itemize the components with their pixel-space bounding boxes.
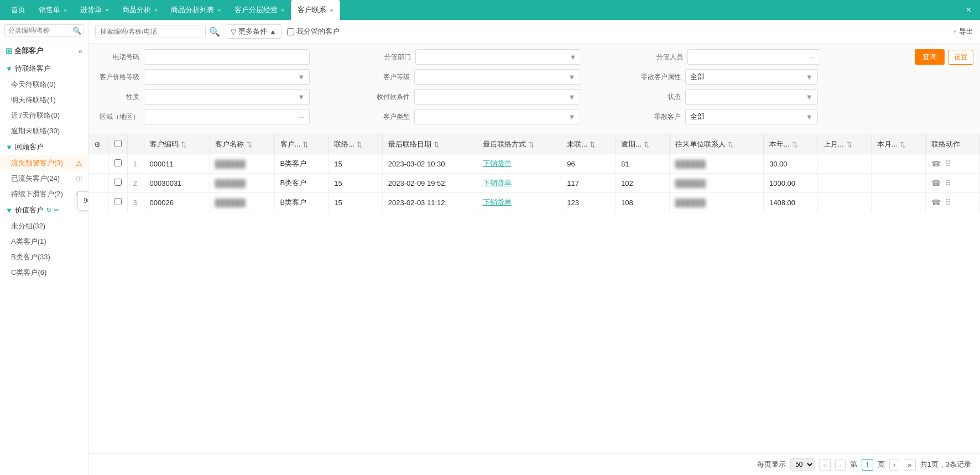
sidebar-item-class-b[interactable]: B类客户(33) [0, 249, 88, 265]
no-contact-col-header[interactable]: 未联... ⇅ [561, 135, 616, 154]
contact-col-header[interactable]: 联络... ⇅ [329, 135, 383, 154]
row-checkbox[interactable] [114, 159, 122, 166]
sidebar-item-ungroup[interactable]: 未分组(32) [0, 218, 88, 234]
nature-select[interactable]: ▼ [144, 89, 310, 105]
nav-tab-purchase[interactable]: 进货单 × [74, 0, 115, 20]
close-customer-tier-tab[interactable]: × [281, 7, 284, 13]
contact-action-icon[interactable]: ☎ [931, 159, 941, 168]
close-product-list-tab[interactable]: × [217, 7, 221, 13]
sidebar-group-review-title[interactable]: ▼ 回顾客户 [0, 139, 88, 155]
type-col-header[interactable]: 客户... ⇅ [274, 135, 329, 154]
row-checkbox[interactable] [114, 198, 122, 205]
settings-icon[interactable]: ⚙ [94, 140, 101, 149]
last-contact-method-col-header[interactable]: 最后联络方式 ⇅ [477, 135, 561, 154]
no-contact-days: 123 [561, 193, 616, 212]
manager-select[interactable]: ··· [687, 49, 820, 65]
contact-action-icon[interactable]: ☎ [931, 198, 941, 207]
sidebar-item-7days[interactable]: 近7天待联络(0) [0, 108, 88, 123]
more-action-icon[interactable]: ⠿ [945, 159, 951, 168]
close-purchase-tab[interactable]: × [105, 7, 108, 13]
main-search-input[interactable] [95, 25, 206, 38]
last-page-button[interactable]: » [904, 459, 915, 471]
sidebar-item-churn-warning[interactable]: 流失预警客户(3) ⚠ [0, 155, 88, 171]
code-col-header[interactable]: 客户编码 ⇅ [144, 135, 209, 154]
export-button[interactable]: ↑ 导出 [953, 27, 974, 36]
my-customers-checkbox[interactable] [287, 28, 294, 35]
sidebar-collapse-button[interactable]: « [79, 47, 82, 55]
customer-type-select[interactable]: ▼ [414, 109, 580, 124]
sidebar-group-pending-title[interactable]: ▼ 待联络客户 [0, 60, 88, 77]
window-close-button[interactable]: × [962, 5, 976, 15]
my-customers-checkbox-label[interactable]: 我分管的客户 [287, 27, 340, 36]
nav-tab-sales[interactable]: 销售单 × [32, 0, 74, 20]
this-year-col-header[interactable]: 本年... ⇅ [764, 135, 818, 154]
action-cell[interactable]: ☎ ⠿ [926, 154, 980, 174]
phone-input[interactable] [144, 49, 310, 65]
customer-grade-select[interactable]: ▼ [414, 69, 580, 85]
close-customer-contact-tab[interactable]: × [330, 7, 333, 13]
row-checkbox-cell[interactable] [108, 154, 127, 174]
prev-page-button[interactable]: ‹ [835, 459, 845, 471]
customer-type: B类客户 [274, 154, 329, 174]
sidebar-item-class-a[interactable]: A类客户(1) [0, 234, 88, 249]
nav-tab-product-list[interactable]: 商品分析列表 × [164, 0, 227, 20]
retail-attr-select[interactable]: 全部 ▼ [685, 69, 818, 85]
nav-tab-home[interactable]: 首页 [4, 0, 32, 20]
action-cell[interactable]: ☎ ⠿ [926, 193, 980, 212]
nav-tab-product-analysis[interactable]: 商品分析 × [116, 0, 164, 20]
name-col-header[interactable]: 客户名称 ⇅ [209, 135, 274, 154]
sidebar-item-tomorrow[interactable]: 明天待联络(1) [0, 92, 88, 108]
contact-action-icon[interactable]: ☎ [931, 179, 941, 187]
this-month-col-header[interactable]: 本月... ⇅ [872, 135, 926, 154]
last-contact-date-col-header[interactable]: 最后联络日期 ⇅ [382, 135, 477, 154]
refresh-icon[interactable]: ↻ [46, 206, 51, 214]
more-action-icon[interactable]: ⠿ [945, 179, 951, 187]
overdue-days: 81 [616, 154, 670, 174]
last-contact-method[interactable]: 下销货单 [477, 154, 561, 174]
last-contact-method[interactable]: 下销货单 [477, 193, 561, 212]
query-button[interactable]: 查询 [915, 49, 945, 65]
close-sales-tab[interactable]: × [64, 7, 67, 13]
first-page-button[interactable]: « [819, 459, 831, 471]
row-checkbox-cell[interactable] [108, 174, 127, 193]
search-submit-icon[interactable]: 🔍 [209, 27, 220, 37]
dept-select[interactable]: ▼ [415, 49, 581, 65]
chevron-down-dept: ▼ [569, 53, 576, 61]
more-action-icon[interactable]: ⠿ [945, 198, 951, 207]
sidebar-item-overdue[interactable]: 逾期未联络(30) [0, 123, 88, 139]
sidebar-item-today[interactable]: 今天待联络(0) [0, 77, 88, 92]
action-cell[interactable]: ☎ ⠿ [926, 174, 980, 193]
this-month-amount [872, 174, 926, 193]
nature-label: 性质 [95, 92, 139, 102]
nav-tab-customer-contact[interactable]: 客户联系 × [291, 0, 340, 20]
settings-col-header[interactable]: ⚙ [88, 135, 108, 154]
select-all-checkbox[interactable] [114, 140, 122, 147]
overdue-col-header[interactable]: 逾期... ⇅ [616, 135, 670, 154]
sidebar-item-class-c[interactable]: C类客户(6) [0, 265, 88, 280]
more-conditions-button[interactable]: ▽ 更多条件 ▲ [226, 24, 282, 39]
edit-icon[interactable]: ✏ [54, 206, 59, 214]
sort-icon-unit: ⇅ [728, 140, 734, 149]
next-page-button[interactable]: › [889, 459, 899, 471]
unit-contact-person: ██████ [669, 154, 763, 174]
sidebar-item-churned[interactable]: 已流失客户(24) ⓘ [0, 171, 88, 186]
row-checkbox[interactable] [114, 179, 122, 186]
nav-tab-customer-tier[interactable]: 客户分层经营 × [228, 0, 291, 20]
sidebar-item-declining[interactable]: 持续下滑客户(2) ⓘ [0, 186, 88, 202]
per-page-select[interactable]: 50 [790, 458, 815, 471]
last-month-col-header[interactable]: 上月... ⇅ [817, 135, 872, 154]
checkbox-col-header[interactable] [108, 135, 127, 154]
price-grade-select[interactable]: ▼ [144, 69, 310, 85]
retail-customer-select[interactable]: 全部 ▼ [685, 109, 818, 124]
last-contact-method[interactable]: 下销货单 [477, 174, 561, 193]
close-product-analysis-tab[interactable]: × [154, 7, 158, 13]
status-select[interactable]: ▼ [685, 89, 818, 105]
sidebar-group-value-title[interactable]: ▼ 价值客户 ↻ ✏ [0, 202, 88, 218]
row-checkbox-cell[interactable] [108, 193, 127, 212]
customer-code: 00030031 [144, 174, 209, 193]
settings-button[interactable]: 设置 [948, 50, 973, 65]
region-select[interactable]: ··· [144, 109, 310, 124]
unit-contact-col-header[interactable]: 往来单位联系人 ⇅ [669, 135, 763, 154]
payment-select[interactable]: ▼ [414, 89, 580, 105]
sidebar-search-input[interactable] [4, 24, 84, 36]
